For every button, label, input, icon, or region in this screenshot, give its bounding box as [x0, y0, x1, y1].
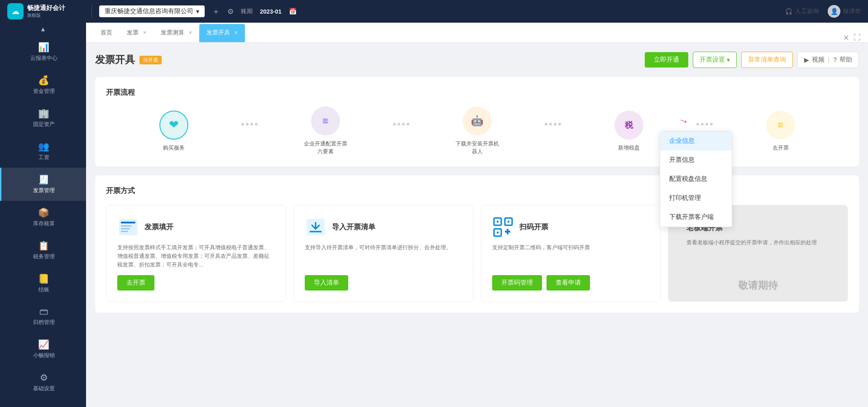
dropdown-item-company-info[interactable]: 企业信息	[660, 131, 732, 150]
page-header: 发票开具 待开通 立即开通 开票设置 ▾ 异常清单查询 ▶ 视频	[95, 52, 859, 68]
sidebar-item-archive-mgmt[interactable]: 🗃 归档管理	[0, 300, 86, 333]
sidebar-item-label: 归档管理	[33, 319, 55, 326]
abnormal-button[interactable]: 异常清单查询	[741, 52, 793, 68]
flow-section-title: 开票流程	[106, 88, 848, 97]
period-label: 账期	[241, 7, 253, 15]
dropdown-item-download-client[interactable]: 下载开票客户端	[660, 208, 732, 227]
sidebar-item-basic-settings[interactable]: ⚙ 基础设置	[0, 366, 86, 399]
tab-invoice-issue[interactable]: 发票开具 ×	[199, 24, 245, 42]
import-invoice-btn[interactable]: 导入清单	[305, 275, 348, 291]
calendar-icon[interactable]: 📅	[289, 8, 297, 15]
step4-icon: 税	[614, 111, 643, 140]
step4-label: 新增税盘	[618, 144, 640, 152]
step-connector-3	[545, 123, 561, 126]
step5-label: 去开票	[772, 144, 789, 152]
top-right: 🎧 人工咨询 👤 徐泽华	[785, 5, 861, 18]
sidebar-item-payroll[interactable]: 👥 工资	[0, 135, 86, 168]
settings-dropdown-menu: 企业信息 开票信息 配置税盘信息 打印机管理 下载开票客户端	[660, 131, 732, 227]
company-dropdown-arrow: ▾	[196, 8, 199, 15]
dot2	[246, 123, 249, 126]
sidebar: ▲ 📊 云报表中心 💰 资金管理 🏢 固定资产 👥 工资 🧾 发票管理	[0, 23, 86, 407]
user-area[interactable]: 👤 徐泽华	[828, 5, 861, 18]
close-window-icon[interactable]: ✕	[843, 34, 849, 42]
dot9	[545, 123, 547, 126]
svg-rect-2	[121, 225, 132, 227]
dropdown-item-tax-disk-config[interactable]: 配置税盘信息	[660, 170, 732, 189]
tab-invoice-label: 发票	[127, 29, 139, 37]
fill-invoice-footer: 去开票	[117, 275, 275, 291]
fill-invoice-icon	[117, 216, 139, 238]
tab-invoice-issue-label: 发票开具	[206, 29, 230, 37]
fill-invoice-btn[interactable]: 去开票	[117, 275, 154, 291]
tab-invoice-test-close[interactable]: ×	[189, 29, 192, 36]
scan-invoice-btn1[interactable]: 开票码管理	[492, 275, 542, 291]
company-selector[interactable]: 重庆畅捷交通信息咨询有限公司 ▾	[99, 5, 205, 17]
flow-step-3: 🤖 下载并安装开票机器人	[409, 107, 545, 155]
checkout-icon: 📒	[38, 273, 49, 284]
import-invoice-footer: 导入清单	[305, 275, 462, 291]
step-connector-2	[393, 123, 409, 126]
add-button[interactable]: ＋	[212, 6, 220, 17]
settings-icon[interactable]: ⚙	[227, 7, 234, 16]
header-actions: 立即开通 开票设置 ▾ 异常清单查询 ▶ 视频 | ? 帮助	[645, 52, 859, 68]
svg-rect-1	[121, 222, 135, 223]
settings-button-label: 开票设置	[700, 56, 725, 64]
import-invoice-desc: 支持导入待开票清单，可对待开票清单进行拆分、合并处理。	[305, 243, 462, 270]
flow-steps: ❤ 购买服务 ≡ 企业开通配置开票六要素	[106, 107, 848, 155]
dot1	[241, 123, 244, 126]
activate-button[interactable]: 立即开通	[645, 52, 688, 68]
step5-icon: ≡	[766, 111, 795, 140]
sidebar-item-label: 资金管理	[33, 87, 55, 95]
sidebar-item-tax-mgmt[interactable]: 📋 税务管理	[0, 234, 86, 267]
dot13	[696, 123, 699, 126]
sidebar-scroll-up[interactable]: ▲	[0, 23, 86, 35]
scan-invoice-footer: 开票码管理 查看申请	[492, 275, 650, 291]
tab-home[interactable]: 首页	[93, 24, 120, 42]
sidebar-item-cloud-report[interactable]: 📊 云报表中心	[0, 35, 86, 68]
step2-label: 企业开通配置开票六要素	[303, 140, 348, 155]
scan-invoice-desc: 支持定制开票二维码，客户端可扫码开票	[492, 243, 650, 270]
tab-invoice-close[interactable]: ×	[143, 29, 146, 36]
dot5	[393, 123, 396, 126]
page-title-area: 发票开具 待开通	[95, 53, 162, 67]
fill-invoice-desc: 支持按照发票样式手工填开发票；可开具增值税电子普通发票、增值税普通发票、增值税专…	[117, 243, 275, 270]
sidebar-item-fund-mgmt[interactable]: 💰 资金管理	[0, 68, 86, 102]
import-invoice-icon	[305, 216, 326, 238]
fixed-assets-icon: 🏢	[38, 108, 49, 119]
sidebar-item-checkout[interactable]: 📒 结账	[0, 267, 86, 300]
play-icon: ▶	[804, 56, 809, 63]
consult-btn[interactable]: 🎧 人工咨询	[785, 7, 819, 15]
logo-area: ☁ 畅捷通好会计 旗舰版	[7, 3, 84, 19]
tab-invoice-issue-close[interactable]: ×	[235, 29, 238, 36]
tab-invoice[interactable]: 发票 ×	[120, 24, 153, 42]
sidebar-item-inventory[interactable]: 📦 库存核算	[0, 201, 86, 234]
dropdown-item-printer-mgmt[interactable]: 打印机管理	[660, 189, 732, 208]
method-card-import-invoice: 导入开票清单 支持导入待开票清单，可对待开票清单进行拆分、合并处理。 导入清单	[293, 205, 474, 302]
boss-invoice-overlay-text: 敬请期待	[738, 280, 778, 291]
method-section-title: 开票方式	[106, 186, 848, 196]
cloud-report-icon: 📊	[38, 42, 49, 53]
help-label: 帮助	[839, 56, 852, 64]
tab-invoice-test[interactable]: 发票测算 ×	[153, 24, 199, 42]
scan-invoice-btn2[interactable]: 查看申请	[547, 275, 590, 291]
sidebar-item-mini-report[interactable]: 📈 小畅报销	[0, 333, 86, 366]
flow-step-2: ≡ 企业开通配置开票六要素	[258, 107, 393, 155]
sidebar-item-fixed-assets[interactable]: 🏢 固定资产	[0, 102, 86, 135]
maximize-window-icon[interactable]: ⛶	[854, 34, 861, 42]
content-area: 首页 发票 × 发票测算 × 发票开具 × ✕ ⛶	[86, 23, 868, 407]
dropdown-item-invoice-info[interactable]: 开票信息	[660, 150, 732, 170]
video-button[interactable]: ▶ 视频 | ? 帮助	[797, 52, 859, 68]
sidebar-item-label: 库存核算	[33, 220, 55, 228]
sidebar-item-invoice-mgmt[interactable]: 🧾 发票管理	[0, 168, 86, 201]
user-name: 徐泽华	[843, 7, 861, 15]
tab-window-controls: ✕ ⛶	[843, 34, 861, 42]
new-guide-icon: ▶	[40, 405, 47, 407]
scan-invoice-icon	[492, 216, 514, 238]
method-card-fill-invoice: 发票填开 支持按照发票样式手工填开发票；可开具增值税电子普通发票、增值税普通发票…	[106, 205, 286, 302]
sidebar-item-new-guide[interactable]: ▶ 新手引导	[0, 399, 86, 407]
settings-dropdown-arrow: ▾	[727, 56, 730, 63]
tab-invoice-test-label: 发票测算	[161, 29, 184, 37]
settings-button[interactable]: 开票设置 ▾	[693, 52, 737, 68]
tab-home-label: 首页	[101, 29, 112, 37]
import-invoice-title: 导入开票清单	[332, 223, 375, 232]
